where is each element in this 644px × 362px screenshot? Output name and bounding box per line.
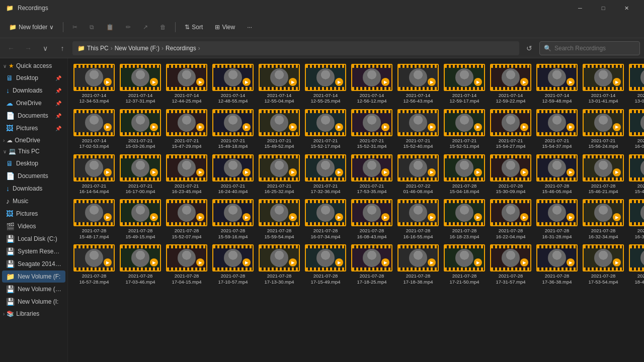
list-item[interactable]: ▶ 2021-07-21 17-53-35.mp4 <box>350 153 394 196</box>
list-item[interactable]: ▶ 2021-07-21 15-03-26.mp4 <box>118 108 163 151</box>
onedrive-group[interactable]: › ☁ OneDrive <box>0 135 67 146</box>
sort-button[interactable]: ⇅ Sort <box>180 19 208 35</box>
list-item[interactable]: ▶ 2021-07-21 15-54-27.mp4 <box>489 108 533 151</box>
paste-button[interactable]: 📋 <box>101 19 119 35</box>
list-item[interactable]: ▶ 2021-07-28 15-46-21.mp4 <box>581 153 625 196</box>
list-item[interactable]: ▶ 2021-07-28 16-18-23.mp4 <box>442 198 487 241</box>
list-item[interactable]: ▶ 2021-07-21 16-14-54.mp4 <box>72 153 116 196</box>
refresh-button[interactable]: ↺ <box>522 41 536 55</box>
list-item[interactable]: ▶ 2021-07-21 15-49-18.mp4 <box>211 108 255 151</box>
quick-access-group[interactable]: ∨ ★ Quick access <box>0 60 67 71</box>
list-item[interactable]: ▶ 2021-07-28 17-10-57.mp4 <box>211 243 255 286</box>
sidebar-item-documents-pc[interactable]: 📄 Documents <box>2 170 65 182</box>
list-item[interactable]: ▶ 2021-07-21 16-25-32.mp4 <box>257 153 301 196</box>
list-item[interactable]: ▶ 2021-07-21 15-56-24.mp4 <box>581 108 625 151</box>
sidebar-item-newvoli[interactable]: 💾 New Volume (I: <box>2 296 65 308</box>
list-item[interactable]: ▶ 2021-07-21 17-32-36.mp4 <box>303 153 348 196</box>
search-input[interactable] <box>554 45 625 52</box>
list-item[interactable]: ▶ 2021-07-14 13-02-10.mp4 <box>627 62 644 106</box>
sidebar-item-videos[interactable]: 🎬 Videos <box>2 220 65 232</box>
copy-button[interactable]: ⧉ <box>85 19 99 35</box>
breadcrumb-volume[interactable]: New Volume (F:) <box>115 45 159 52</box>
list-item[interactable]: ▶ 2021-07-28 16-16-55.mp4 <box>396 198 440 241</box>
list-item[interactable]: ▶ 2021-07-21 15-47-29.mp4 <box>165 108 209 151</box>
sidebar-item-onedrive-qa[interactable]: ☁ OneDrive 📌 <box>2 97 65 109</box>
sidebar-item-desktop-pc[interactable]: 🖥 Desktop <box>2 157 65 169</box>
list-item[interactable]: ▶ 2021-07-14 12-44-25.mp4 <box>165 62 209 106</box>
list-item[interactable]: ▶ 2021-07-21 15-54-37.mp4 <box>535 108 579 151</box>
list-item[interactable]: ▶ 2021-07-14 12-48-55.mp4 <box>211 62 255 106</box>
minimize-button[interactable]: ─ <box>569 0 592 16</box>
sidebar-item-pictures-pc[interactable]: 🖼 Pictures <box>2 208 65 220</box>
list-item[interactable]: ▶ 2021-07-14 12-56-43.mp4 <box>396 62 440 106</box>
delete-button[interactable]: 🗑 <box>155 19 171 35</box>
list-item[interactable]: ▶ 2021-07-28 15-48-17.mp4 <box>72 198 116 241</box>
sidebar-item-music[interactable]: ♪ Music <box>2 195 65 207</box>
sidebar-item-documents-qa[interactable]: 📄 Documents 📌 <box>2 110 65 122</box>
list-item[interactable]: ▶ 2021-07-14 12-59-22.mp4 <box>489 62 533 106</box>
maximize-button[interactable]: □ <box>592 0 615 16</box>
list-item[interactable]: ▶ 2021-07-28 15-59-16.mp4 <box>211 198 255 241</box>
list-item[interactable]: ▶ 2021-07-28 16-22-04.mp4 <box>489 198 533 241</box>
more-button[interactable]: ··· <box>242 19 257 35</box>
back-button[interactable]: ← <box>4 41 18 55</box>
list-item[interactable]: ▶ 2021-07-28 17-53-54.mp4 <box>581 243 625 286</box>
list-item[interactable]: ▶ 2021-07-14 12-34-53.mp4 <box>72 62 116 106</box>
list-item[interactable]: ▶ 2021-07-21 15-52-40.mp4 <box>396 108 440 151</box>
list-item[interactable]: ▶ 2021-07-28 17-15-49.mp4 <box>303 243 348 286</box>
list-item[interactable]: ▶ 2021-07-28 16-08-43.mp4 <box>350 198 394 241</box>
list-item[interactable]: ▶ 2021-07-21 16-17-00.mp4 <box>118 153 163 196</box>
list-item[interactable]: ▶ 2021-07-28 18-47-22.mp4 <box>627 243 644 286</box>
list-item[interactable]: ▶ 2021-07-28 16-57-28.mp4 <box>72 243 116 286</box>
list-item[interactable]: ▶ 2021-07-28 17-36-38.mp4 <box>535 243 579 286</box>
list-item[interactable]: ▶ 2021-07-21 15-52-31.mp4 <box>350 108 394 151</box>
list-item[interactable]: ▶ 2021-07-21 16-24-40.mp4 <box>211 153 255 196</box>
forward-button[interactable]: → <box>21 41 35 55</box>
list-item[interactable]: ▶ 2021-07-28 16-07-34.mp4 <box>303 198 348 241</box>
list-item[interactable]: ▶ 2021-07-28 17-03-46.mp4 <box>118 243 163 286</box>
list-item[interactable]: ▶ 2021-07-28 15-30-09.mp4 <box>489 153 533 196</box>
list-item[interactable]: ▶ 2021-07-14 13-01-41.mp4 <box>581 62 625 106</box>
list-item[interactable]: ▶ 2021-07-21 15-49-52.mp4 <box>257 108 301 151</box>
sidebar-item-downloads-qa[interactable]: ↓ Downloads 📌 <box>2 84 65 97</box>
list-item[interactable]: ▶ 2021-07-28 17-04-15.mp4 <box>165 243 209 286</box>
libraries-group[interactable]: › 📚 Libraries <box>0 308 67 319</box>
recent-button[interactable]: ∨ <box>38 41 52 55</box>
list-item[interactable]: ▶ 2021-07-14 12-56-12.mp4 <box>350 62 394 106</box>
list-item[interactable]: ▶ 2021-07-28 17-31-57.mp4 <box>489 243 533 286</box>
list-item[interactable]: ▶ 2021-07-14 17-02-53.mp4 <box>72 108 116 151</box>
list-item[interactable]: ▶ 2021-07-14 12-55-04.mp4 <box>257 62 301 106</box>
share-button[interactable]: ↗ <box>138 19 153 35</box>
list-item[interactable]: ▶ 2021-07-21 15-52-17.mp4 <box>303 108 348 151</box>
rename-button[interactable]: ✏ <box>121 19 136 35</box>
list-item[interactable]: ▶ 2021-07-28 17-21-50.mp4 <box>442 243 487 286</box>
sidebar-item-localc[interactable]: 💾 Local Disk (C:) <box>2 233 65 245</box>
list-item[interactable]: ▶ 2021-07-28 17-13-30.mp4 <box>257 243 301 286</box>
list-item[interactable]: ▶ 2021-07-28 15-59-54.mp4 <box>257 198 301 241</box>
view-button[interactable]: ⊞ View <box>210 19 240 35</box>
list-item[interactable]: ▶ 2021-07-28 15-52-07.mp4 <box>165 198 209 241</box>
sidebar-item-pictures-qa[interactable]: 🖼 Pictures 📌 <box>2 122 65 134</box>
sidebar-item-newvolf[interactable]: 📁 New Volume (F: <box>2 270 65 283</box>
list-item[interactable]: ▶ 2021-07-28 15-46-05.mp4 <box>535 153 579 196</box>
thispc-group[interactable]: ∨ 💻 This PC <box>0 146 67 157</box>
sidebar-item-sysreserve[interactable]: 💾 System Reserve <box>2 245 65 257</box>
list-item[interactable]: ▶ 2021-07-22 01-46-08.mp4 <box>396 153 440 196</box>
sidebar-item-newvolg[interactable]: 💾 New Volume (G: <box>2 283 65 295</box>
list-item[interactable]: ▶ 2021-07-28 17-18-38.mp4 <box>396 243 440 286</box>
list-item[interactable]: ▶ 2021-07-14 12-55-25.mp4 <box>303 62 348 106</box>
up-button[interactable]: ↑ <box>55 41 69 55</box>
breadcrumb-recordings[interactable]: Recordings <box>166 45 196 52</box>
sidebar-item-seagate[interactable]: 💾 Seagate 2014 (E <box>2 258 65 270</box>
cut-button[interactable]: ✂ <box>67 19 83 35</box>
list-item[interactable]: ▶ 2021-07-14 12-37-31.mp4 <box>118 62 163 106</box>
list-item[interactable]: ▶ 2021-07-21 16-03-25.mp4 <box>627 108 644 151</box>
sidebar-item-desktop-qa[interactable]: 🖥 Desktop 📌 <box>2 72 65 84</box>
sidebar-item-downloads-pc[interactable]: ↓ Downloads <box>2 183 65 195</box>
list-item[interactable]: ▶ 2021-07-28 15-04-18.mp4 <box>442 153 487 196</box>
search-box[interactable]: 🔍 <box>539 41 640 55</box>
list-item[interactable]: ▶ 2021-07-28 15-46-32.mp4 <box>627 153 644 196</box>
list-item[interactable]: ▶ 2021-07-28 16-32-34.mp4 <box>581 198 625 241</box>
list-item[interactable]: ▶ 2021-07-28 17-18-25.mp4 <box>350 243 394 286</box>
list-item[interactable]: ▶ 2021-07-28 16-37-56.mp4 <box>627 198 644 241</box>
